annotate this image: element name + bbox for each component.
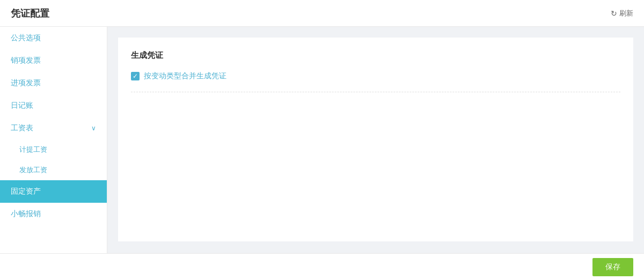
app-container: 凭证配置 ↻ 刷新 公共选项 销项发票 进项发票 日记账 工资表 ∨ [0,0,644,280]
body: 公共选项 销项发票 进项发票 日记账 工资表 ∨ 计提工资 发放工资 固定资 [0,27,644,253]
main-content: 生成凭证 ✓ 按变动类型合并生成凭证 [107,27,644,253]
page-title: 凭证配置 [11,7,49,20]
sidebar-item-label: 销项发票 [11,56,41,65]
divider [131,92,620,92]
merge-checkbox[interactable]: ✓ [131,72,140,80]
content-card: 生成凭证 ✓ 按变动类型合并生成凭证 [118,38,633,241]
footer: 保存 [0,253,644,280]
sidebar-item-expense-report[interactable]: 小畅报销 [0,203,107,225]
refresh-icon: ↻ [611,9,617,18]
sidebar-item-label: 工资表 [11,123,33,133]
sidebar-subitem-label: 计提工资 [19,145,47,153]
sidebar-item-commission[interactable]: 计提工资 [0,139,107,160]
sidebar-item-label: 进项发票 [11,78,41,88]
sidebar-item-payroll[interactable]: 工资表 ∨ [0,117,107,139]
sidebar-item-label: 日记账 [11,101,33,110]
refresh-button[interactable]: ↻ 刷新 [611,9,633,18]
sidebar-item-label: 固定资产 [11,187,41,196]
sidebar-item-public-options[interactable]: 公共选项 [0,27,107,49]
sidebar-subitem-label: 发放工资 [19,166,47,174]
refresh-label: 刷新 [619,9,633,18]
sidebar-item-label: 小畅报销 [11,209,41,219]
sidebar-item-label: 公共选项 [11,33,41,43]
sidebar-item-distribute[interactable]: 发放工资 [0,160,107,180]
sidebar-item-sales-invoice[interactable]: 销项发票 [0,49,107,72]
checkbox-label[interactable]: 按变动类型合并生成凭证 [144,71,226,81]
header: 凭证配置 ↻ 刷新 [0,0,644,27]
checkmark-icon: ✓ [133,73,138,79]
save-button[interactable]: 保存 [592,258,633,276]
section-title: 生成凭证 [131,50,620,61]
sidebar-item-purchase-invoice[interactable]: 进项发票 [0,72,107,94]
chevron-down-icon: ∨ [91,124,96,132]
sidebar-item-journal[interactable]: 日记账 [0,94,107,117]
sidebar-item-fixed-assets[interactable]: 固定资产 [0,180,107,203]
sidebar: 公共选项 销项发票 进项发票 日记账 工资表 ∨ 计提工资 发放工资 固定资 [0,27,107,253]
checkbox-row: ✓ 按变动类型合并生成凭证 [131,71,620,81]
